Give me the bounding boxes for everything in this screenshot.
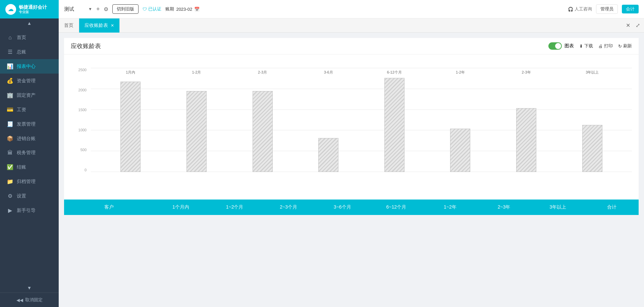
sidebar-label-settings: 设置 bbox=[17, 193, 26, 199]
logo-text: 畅捷通好会计 专业版 bbox=[19, 4, 47, 14]
bar bbox=[384, 78, 405, 172]
y-label: 1500 bbox=[71, 108, 89, 112]
cancel-fixed-icon: ◀◀ bbox=[16, 298, 23, 303]
table-header-cell: 客户 bbox=[64, 204, 154, 210]
print-button[interactable]: 🖨 打印 bbox=[598, 43, 613, 49]
sidebar-label-newbie: 新手引导 bbox=[17, 208, 36, 214]
bar-group bbox=[120, 82, 141, 172]
y-label: 500 bbox=[71, 148, 89, 152]
manager-button[interactable]: 管理员 bbox=[596, 4, 618, 14]
sidebar-label-home: 首页 bbox=[17, 35, 26, 41]
y-label: 1000 bbox=[71, 128, 89, 132]
tab-home-label: 首页 bbox=[64, 23, 73, 29]
tab-ar-aging[interactable]: 应收账龄表 ✕ bbox=[79, 18, 120, 33]
app-name: 畅捷通好会计 bbox=[19, 4, 47, 10]
sidebar: ☁ 畅捷通好会计 专业版 ▲ ⌂首页☰总账📊报表中心💰资金管理🏢固定资产💳工资🧾… bbox=[0, 0, 59, 307]
tab-ar-aging-label: 应收账龄表 bbox=[85, 23, 108, 29]
app-edition: 专业版 bbox=[19, 10, 47, 14]
consult-icon: 🎧 bbox=[568, 7, 573, 12]
sidebar-item-reports[interactable]: 📊报表中心 bbox=[0, 59, 59, 74]
refresh-button[interactable]: ↻ 刷新 bbox=[618, 43, 632, 49]
bar-group bbox=[516, 108, 536, 172]
sidebar-icon-home: ⌂ bbox=[7, 35, 13, 41]
content-inner: 应收账龄表 图表 ⬇ 下载 🖨 打印 bbox=[64, 38, 639, 215]
page-actions: 图表 ⬇ 下载 🖨 打印 ↻ 刷新 bbox=[548, 42, 632, 50]
topbar-add-button[interactable]: + bbox=[96, 6, 100, 13]
topbar: 测试 ▼ + ⚙ 切到旧版 🛡 已认证 账期 2023-02 📅 🎧 人工咨询 … bbox=[59, 0, 644, 18]
sidebar-scroll-down[interactable]: ▼ bbox=[0, 283, 59, 293]
sidebar-item-payroll[interactable]: 💳工资 bbox=[0, 102, 59, 117]
y-label: 2000 bbox=[71, 88, 89, 92]
sidebar-item-home[interactable]: ⌂首页 bbox=[0, 31, 59, 45]
y-label: 2500 bbox=[71, 68, 89, 72]
topbar-settings-button[interactable]: ⚙ bbox=[104, 6, 108, 12]
download-icon: ⬇ bbox=[579, 44, 583, 49]
tab-home[interactable]: 首页 bbox=[59, 18, 79, 33]
print-label: 打印 bbox=[604, 43, 613, 49]
sidebar-item-closing[interactable]: ✅结账 bbox=[0, 160, 59, 174]
sidebar-item-tax[interactable]: 🏛税务管理 bbox=[0, 146, 59, 160]
table-header-cell: 2~3个月 bbox=[262, 204, 316, 210]
sidebar-label-closing: 结账 bbox=[17, 164, 26, 170]
sidebar-icon-reports: 📊 bbox=[7, 63, 13, 70]
sidebar-label-invoice: 发票管理 bbox=[17, 121, 36, 127]
bar bbox=[120, 82, 141, 172]
sidebar-item-invoice[interactable]: 🧾发票管理 bbox=[0, 117, 59, 131]
sidebar-item-capital[interactable]: 💰资金管理 bbox=[0, 74, 59, 88]
chart-toggle[interactable]: 图表 bbox=[548, 42, 574, 50]
main-area: 测试 ▼ + ⚙ 切到旧版 🛡 已认证 账期 2023-02 📅 🎧 人工咨询 … bbox=[59, 0, 644, 307]
sidebar-label-tax: 税务管理 bbox=[17, 150, 36, 156]
topbar-title: 测试 bbox=[64, 6, 84, 12]
download-button[interactable]: ⬇ 下载 bbox=[579, 43, 593, 49]
logo-icon: ☁ bbox=[5, 4, 16, 15]
calendar-icon[interactable]: 📅 bbox=[194, 7, 200, 12]
sidebar-item-archive[interactable]: 📁归档管理 bbox=[0, 174, 59, 189]
bar bbox=[186, 91, 207, 172]
verified-icon: 🛡 bbox=[143, 7, 147, 12]
bar-group bbox=[582, 125, 602, 172]
sidebar-icon-archive: 📁 bbox=[7, 178, 13, 185]
sidebar-icon-tax: 🏛 bbox=[7, 150, 13, 156]
sidebar-scroll-up[interactable]: ▲ bbox=[0, 18, 59, 28]
sidebar-icon-capital: 💰 bbox=[7, 78, 13, 84]
bar bbox=[516, 108, 536, 172]
table-header: 客户1个月内1~2个月2~3个月3~6个月6~12个月1~2年2~3年3年以上合… bbox=[64, 200, 639, 215]
page-header: 应收账龄表 图表 ⬇ 下载 🖨 打印 bbox=[64, 38, 639, 54]
tabbar-controls: ✕ ⤢ bbox=[625, 21, 644, 30]
sidebar-icon-inventory: 📦 bbox=[7, 135, 13, 142]
sidebar-item-settings[interactable]: ⚙设置 bbox=[0, 189, 59, 203]
verified-status: 🛡 已认证 bbox=[143, 6, 161, 12]
chart-toggle-label: 图表 bbox=[565, 43, 574, 49]
sidebar-item-inventory[interactable]: 📦进销台账 bbox=[0, 131, 59, 146]
bar-group bbox=[318, 138, 338, 172]
switch-old-button[interactable]: 切到旧版 bbox=[112, 4, 139, 14]
toggle-thumb bbox=[555, 43, 561, 49]
sidebar-label-archive: 归档管理 bbox=[17, 179, 36, 185]
accountant-button[interactable]: 会计 bbox=[622, 5, 639, 13]
content-area: 应收账龄表 图表 ⬇ 下载 🖨 打印 bbox=[59, 33, 644, 307]
table-container: 客户1个月内1~2个月2~3个月3~6个月6~12个月1~2年2~3年3年以上合… bbox=[64, 200, 639, 215]
tab-expand-button[interactable]: ⤢ bbox=[634, 21, 641, 30]
sidebar-item-assets[interactable]: 🏢固定资产 bbox=[0, 88, 59, 102]
sidebar-item-ledger[interactable]: ☰总账 bbox=[0, 45, 59, 59]
tab-close-button[interactable]: ✕ bbox=[625, 21, 632, 30]
table-header-cell: 6~12个月 bbox=[369, 204, 423, 210]
bar bbox=[253, 91, 273, 172]
refresh-icon: ↻ bbox=[618, 44, 622, 49]
consult-label: 人工咨询 bbox=[575, 6, 592, 12]
cancel-fixed-button[interactable]: ◀◀ 取消固定 bbox=[0, 293, 59, 307]
sidebar-label-inventory: 进销台账 bbox=[17, 136, 36, 142]
refresh-label: 刷新 bbox=[623, 43, 632, 49]
topbar-dropdown[interactable]: ▼ bbox=[88, 7, 92, 11]
period-value: 2023-02 bbox=[176, 7, 192, 12]
toggle-track[interactable] bbox=[548, 42, 562, 50]
tab-ar-aging-close[interactable]: ✕ bbox=[111, 23, 114, 28]
chart-container: 05001000150020002500 1月内1-2月2-3月3-6月6-12… bbox=[64, 54, 639, 195]
y-axis: 05001000150020002500 bbox=[71, 68, 89, 172]
consult-button[interactable]: 🎧 人工咨询 bbox=[568, 6, 592, 12]
bar-chart: 05001000150020002500 1月内1-2月2-3月3-6月6-12… bbox=[71, 61, 632, 182]
sidebar-icon-invoice: 🧾 bbox=[7, 121, 13, 127]
table-header-cell: 合计 bbox=[585, 204, 639, 210]
sidebar-item-newbie[interactable]: ▶新手引导 bbox=[0, 203, 59, 218]
sidebar-icon-assets: 🏢 bbox=[7, 92, 13, 98]
